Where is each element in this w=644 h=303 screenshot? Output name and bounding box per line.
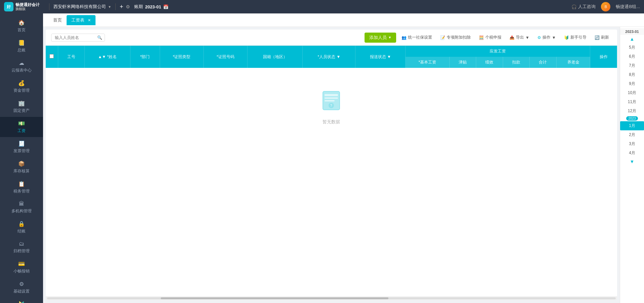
cal-scroll-down[interactable]: ▼ bbox=[628, 158, 636, 166]
settings-icon[interactable]: ⚙ bbox=[126, 4, 130, 9]
tab-home-label: 首页 bbox=[53, 17, 62, 23]
th-status-label: *人员状态 ▼ bbox=[317, 54, 340, 59]
tabs-bar: 首页 工资表 ✕ bbox=[43, 13, 644, 27]
th-country: 国籍（地区） bbox=[247, 46, 302, 68]
th-base-salary: *基本工资 bbox=[406, 57, 449, 68]
table-container: 工号 ▲▼ *姓名 *部门 *证照类型 bbox=[46, 46, 617, 296]
cal-month-7[interactable]: 7月 bbox=[620, 61, 644, 70]
sidebar-item-invoice[interactable]: 🧾 发票管理 bbox=[0, 137, 43, 157]
add-person-arrow: ▼ bbox=[388, 36, 391, 39]
cal-month-11[interactable]: 11月 bbox=[620, 97, 644, 106]
select-all-checkbox[interactable] bbox=[49, 54, 54, 58]
sidebar-label-invoice: 发票管理 bbox=[13, 148, 30, 154]
sidebar-item-fixed-assets[interactable]: 🏢 固定资产 bbox=[0, 97, 43, 117]
sidebar-item-expense[interactable]: 💳 小畅报销 bbox=[0, 257, 43, 277]
topbar-right: 🎧 人工咨询 B 畅捷通B组... bbox=[571, 2, 640, 11]
content-area: 首页 工资表 ✕ 🔍 添加人员 ▼ bbox=[43, 13, 644, 303]
sidebar-label-close: 结账 bbox=[17, 228, 26, 234]
cal-month-12[interactable]: 12月 bbox=[620, 106, 644, 116]
sidebar-item-guide[interactable]: 🔰 新手引导 bbox=[0, 298, 43, 303]
operations-arrow: ▼ bbox=[552, 35, 556, 40]
add-person-button[interactable]: 添加人员 ▼ bbox=[365, 33, 396, 43]
cal-month-3[interactable]: 3月 bbox=[620, 139, 644, 148]
service-label: 人工咨询 bbox=[578, 4, 596, 10]
cal-month-2[interactable]: 2月 bbox=[620, 130, 644, 139]
cal-month-1[interactable]: 1月 bbox=[620, 121, 644, 130]
payroll-toolbar: 🔍 添加人员 ▼ 👥 统一社保设置 📝 专项附加扣除 bbox=[46, 30, 617, 46]
cal-month-8[interactable]: 8月 bbox=[620, 70, 644, 79]
sidebar-label-payroll: 工资 bbox=[17, 128, 26, 134]
empty-cell: ? 暂无数据 bbox=[46, 68, 617, 145]
sidebar-item-fund[interactable]: 💰 资金管理 bbox=[0, 77, 43, 97]
sidebar-item-inventory[interactable]: 📦 库存核算 bbox=[0, 157, 43, 177]
service-button[interactable]: 🎧 人工咨询 bbox=[571, 4, 596, 10]
sidebar-item-close[interactable]: 🔒 结账 bbox=[0, 217, 43, 237]
cal-month-5[interactable]: 5月 bbox=[620, 43, 644, 52]
sidebar-item-settings[interactable]: ⚙ 基础设置 bbox=[0, 277, 43, 298]
sidebar-item-cloud-report[interactable]: ☁ 云报表中心 bbox=[0, 56, 43, 77]
special-deduct-button[interactable]: 📝 专项附加扣除 bbox=[438, 33, 473, 42]
tab-close-icon[interactable]: ✕ bbox=[88, 18, 91, 22]
cloud-report-icon: ☁ bbox=[19, 60, 24, 66]
company-selector[interactable]: 西安虾米网络科技有限公司 ▼ bbox=[53, 4, 111, 10]
search-input[interactable] bbox=[55, 35, 95, 40]
cal-month-4[interactable]: 4月 bbox=[620, 148, 644, 158]
tab-home[interactable]: 首页 bbox=[48, 15, 67, 25]
user-avatar[interactable]: B bbox=[601, 2, 610, 11]
inventory-icon: 📦 bbox=[18, 161, 25, 167]
fund-icon: 💰 bbox=[18, 80, 25, 86]
settings-sidebar-icon: ⚙ bbox=[19, 281, 24, 287]
operations-button[interactable]: ⚙ 操作 ▼ bbox=[535, 33, 559, 42]
export-button[interactable]: 📤 导出 ▼ bbox=[507, 33, 532, 42]
period-calendar-icon[interactable]: 📅 bbox=[163, 4, 168, 9]
th-id-number-label: *证照号码 bbox=[217, 54, 234, 59]
guide-toolbar-button[interactable]: 🔰 新手引导 bbox=[561, 33, 589, 42]
logo-icon: 好 bbox=[4, 2, 13, 11]
social-security-button[interactable]: 👥 统一社保设置 bbox=[399, 33, 435, 42]
personal-tax-button[interactable]: 🧮 个税申报 bbox=[476, 33, 504, 42]
sidebar-item-ledger[interactable]: 📒 总账 bbox=[0, 36, 43, 56]
username: 畅捷通B组... bbox=[616, 4, 640, 10]
export-arrow: ▼ bbox=[525, 35, 529, 40]
add-button[interactable]: + bbox=[120, 3, 123, 10]
th-checkbox[interactable] bbox=[46, 46, 58, 68]
sidebar-item-home[interactable]: 🏠 首页 bbox=[0, 16, 43, 36]
close-period-icon: 🔒 bbox=[18, 221, 25, 227]
sidebar-label-multi-org: 多机构管理 bbox=[11, 208, 32, 214]
period-value: 2023-01 bbox=[145, 4, 161, 9]
th-operations-label: 操作 bbox=[600, 54, 608, 59]
cal-scroll-up[interactable]: ▲ bbox=[628, 35, 636, 43]
cal-year-badge: 2023 bbox=[626, 116, 638, 121]
sidebar-item-payroll[interactable]: 💵 工资 bbox=[0, 117, 43, 137]
archive-icon: 🗂 bbox=[19, 241, 24, 247]
sidebar-label-fund: 资金管理 bbox=[13, 88, 30, 93]
th-total-label: 合计 bbox=[539, 60, 547, 64]
export-icon: 📤 bbox=[509, 35, 515, 40]
invoice-icon: 🧾 bbox=[18, 140, 25, 147]
guide-toolbar-label: 新手引导 bbox=[570, 35, 586, 40]
th-report-status: 报送状态 ▼ bbox=[355, 46, 406, 68]
cal-month-6[interactable]: 6月 bbox=[620, 52, 644, 61]
th-allowance: 津贴 bbox=[449, 57, 476, 68]
app-logo: 好 畅捷通好会计 旗舰版 bbox=[4, 2, 40, 11]
th-department: *部门 bbox=[130, 46, 160, 68]
cal-month-10[interactable]: 10月 bbox=[620, 88, 644, 97]
inner-content: 🔍 添加人员 ▼ 👥 统一社保设置 📝 专项附加扣除 bbox=[43, 27, 644, 303]
th-salary-group-label: 应发工资 bbox=[490, 49, 506, 53]
tab-payroll-table[interactable]: 工资表 ✕ bbox=[67, 15, 96, 25]
sidebar-item-archive[interactable]: 🗂 归档管理 bbox=[0, 237, 43, 257]
tax-icon: 📋 bbox=[18, 181, 25, 187]
sidebar: 🏠 首页 📒 总账 ☁ 云报表中心 💰 资金管理 🏢 固定资产 💵 工资 🧾 发… bbox=[0, 13, 43, 303]
bottom-scrollbar[interactable] bbox=[46, 296, 617, 300]
special-deduct-label: 专项附加扣除 bbox=[447, 35, 471, 40]
th-id-type: *证照类型 bbox=[160, 46, 203, 68]
th-number: 工号 bbox=[58, 46, 85, 68]
app-edition: 旗舰版 bbox=[15, 7, 40, 11]
social-security-label: 统一社保设置 bbox=[408, 35, 432, 40]
refresh-button[interactable]: 🔄 刷新 bbox=[592, 33, 612, 42]
sidebar-item-multi-org[interactable]: 🏛 多机构管理 bbox=[0, 198, 43, 217]
cal-month-9[interactable]: 9月 bbox=[620, 79, 644, 88]
headset-icon: 🎧 bbox=[571, 4, 577, 9]
sidebar-item-tax[interactable]: 📋 税务管理 bbox=[0, 177, 43, 198]
refresh-label: 刷新 bbox=[601, 35, 609, 40]
